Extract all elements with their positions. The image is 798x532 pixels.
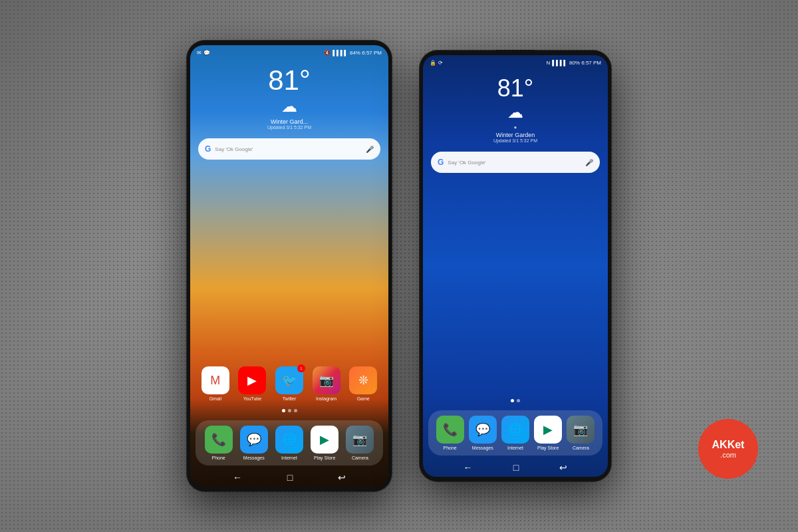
updated-right: Updated 3/1 5:32 PM [423, 138, 608, 143]
playstore-label-right: Play Store [537, 446, 559, 450]
temp-right: 81° [423, 76, 608, 100]
camera-label-right: Camera [573, 446, 589, 450]
app-instagram[interactable]: 📷 Instagram [311, 366, 342, 401]
search-bar-left[interactable]: G Say 'Ok Google' 🎤 [198, 138, 380, 160]
internet-icon-left: 🌐 [275, 426, 303, 454]
back-button-left[interactable]: ← [233, 472, 242, 483]
dock-row-left: 📞 Phone 💬 Messages 🌐 Internet [196, 420, 383, 466]
camera-icon-left: 📷 [346, 426, 374, 454]
dock-playstore-right[interactable]: ▶ Play Store [532, 416, 564, 450]
phone-label-right: Phone [443, 446, 456, 450]
dots-indicator-right [423, 396, 608, 405]
app-game[interactable]: ❊ Game [347, 366, 379, 401]
camera-icon-right: 📷 [567, 416, 595, 444]
screen-left: ✉ 💬 🔇 ▌▌▌▌ 84% 6:57 PM 81° ☁ Wint [190, 45, 388, 487]
weather-icon-left: ☁ [190, 97, 388, 116]
phone-icon-right: 📞 [436, 416, 464, 444]
notch-right [495, 50, 535, 55]
signal-icon-right: ▌▌▌▌ [552, 60, 567, 66]
instagram-label: Instagram [316, 396, 336, 401]
dock-phone[interactable]: 📞 Phone [203, 426, 235, 460]
mute-icon: 🔇 [324, 50, 331, 56]
playstore-icon-left: ▶ [311, 426, 338, 454]
google-g-left: G [205, 144, 211, 154]
status-right-left: 🔇 ▌▌▌▌ 84% 6:57 PM [324, 50, 382, 56]
dot-2 [288, 409, 291, 412]
dock-messages-right[interactable]: 💬 Messages [467, 416, 499, 450]
dock-right: 📞 Phone 💬 Messages 🌐 Internet [423, 405, 608, 458]
phone-right: 🔒 ⟳ N ▌▌▌▌ 80% 6:57 PM 81° ☁ ● [419, 50, 612, 482]
mic-icon-right: 🎤 [585, 159, 593, 166]
nav-bar-right: ← □ ↩ [423, 458, 608, 477]
home-button-left[interactable]: □ [287, 472, 293, 483]
battery-text-left: 84% 6:57 PM [350, 50, 382, 56]
twitter-label: Twitter [283, 396, 297, 401]
dot-r2 [517, 399, 520, 402]
location-left: Winter Gard... [190, 118, 388, 125]
recents-button-left[interactable]: ↩ [338, 472, 346, 483]
screen-right-display: 🔒 ⟳ N ▌▌▌▌ 80% 6:57 PM 81° ☁ ● [423, 55, 608, 477]
youtube-icon: ▶ [238, 366, 266, 394]
lock-icon: 🔒 [430, 60, 436, 66]
weather-widget-right: 81° ☁ ● Winter Garden Updated 3/1 5:32 P… [423, 70, 608, 146]
home-button-right[interactable]: □ [513, 462, 519, 473]
status-bar-right: 🔒 ⟳ N ▌▌▌▌ 80% 6:57 PM [423, 55, 608, 70]
dock-internet[interactable]: 🌐 Internet [273, 426, 305, 460]
dock-camera[interactable]: 📷 Camera [344, 426, 376, 460]
app-gmail[interactable]: M Gmail [200, 366, 231, 401]
message-icon: 💬 [203, 50, 210, 56]
search-placeholder-left: Say 'Ok Google' [215, 146, 362, 152]
dock-phone-right[interactable]: 📞 Phone [434, 416, 466, 450]
status-icons-left: ✉ 💬 [197, 50, 210, 56]
phone-left: ✉ 💬 🔇 ▌▌▌▌ 84% 6:57 PM 81° ☁ Wint [186, 40, 392, 492]
akket-text: AKKet [712, 438, 745, 451]
messages-label-left: Messages [243, 456, 265, 460]
screen-spacer-right [423, 178, 608, 396]
phone-icon-left: 📞 [205, 426, 233, 454]
twitter-icon: 🐦 1 [275, 366, 303, 394]
dock-playstore[interactable]: ▶ Play Store [309, 426, 340, 460]
location-pin-right: ● [423, 124, 608, 130]
weather-icon-right: ☁ [423, 103, 608, 122]
gmail-icon: M [201, 366, 229, 394]
recents-button-right[interactable]: ↩ [559, 462, 567, 473]
mic-icon-left: 🎤 [366, 146, 374, 153]
back-button-right[interactable]: ← [464, 462, 473, 473]
battery-text-right: 80% 6:57 PM [569, 60, 601, 66]
google-g-right: G [438, 158, 444, 167]
screen-spacer-left [190, 165, 388, 361]
dock-messages[interactable]: 💬 Messages [238, 426, 270, 460]
internet-label-right: Internet [507, 446, 523, 450]
messages-label-right: Messages [472, 446, 493, 450]
dock-camera-right[interactable]: 📷 Camera [565, 416, 597, 450]
camera-label-left: Camera [352, 456, 368, 460]
playstore-icon-right: ▶ [534, 416, 562, 444]
dock-left: 📞 Phone 💬 Messages 🌐 Internet [190, 415, 388, 468]
instagram-icon: 📷 [313, 366, 340, 394]
search-placeholder-right: Say 'Ok Google' [448, 160, 581, 166]
weather-widget-left: 81° ☁ Winter Gard... Updated 3/1 5:32 PM [190, 60, 388, 133]
dot-r1 [511, 399, 514, 402]
temp-left: 81° [190, 66, 388, 94]
phone-right-screen: 🔒 ⟳ N ▌▌▌▌ 80% 6:57 PM 81° ☁ ● [423, 55, 608, 477]
updated-left: Updated 3/1 5:32 PM [190, 125, 388, 130]
nfc-icon: N [547, 60, 551, 66]
sync-icon: ⟳ [438, 60, 443, 66]
envelope-icon: ✉ [197, 50, 201, 56]
twitter-badge: 1 [297, 364, 305, 372]
search-bar-right[interactable]: G Say 'Ok Google' 🎤 [431, 152, 600, 173]
akket-com: .com [720, 451, 736, 460]
dock-internet-right[interactable]: 🌐 Internet [499, 416, 531, 450]
app-youtube[interactable]: ▶ YouTube [236, 366, 268, 401]
messages-icon-left: 💬 [240, 426, 268, 454]
signal-icon: ▌▌▌▌ [332, 50, 348, 56]
game-icon: ❊ [349, 366, 377, 394]
game-label: Game [357, 396, 370, 401]
phone-label-left: Phone [211, 456, 225, 460]
dock-row-right: 📞 Phone 💬 Messages 🌐 Internet [428, 410, 602, 456]
location-right: Winter Garden [423, 132, 608, 138]
scene: ✉ 💬 🔇 ▌▌▌▌ 84% 6:57 PM 81° ☁ Wint [0, 0, 798, 532]
app-twitter[interactable]: 🐦 1 Twitter [273, 366, 305, 401]
youtube-label: YouTube [243, 396, 262, 401]
akket-watermark: AKKet .com [698, 419, 758, 479]
